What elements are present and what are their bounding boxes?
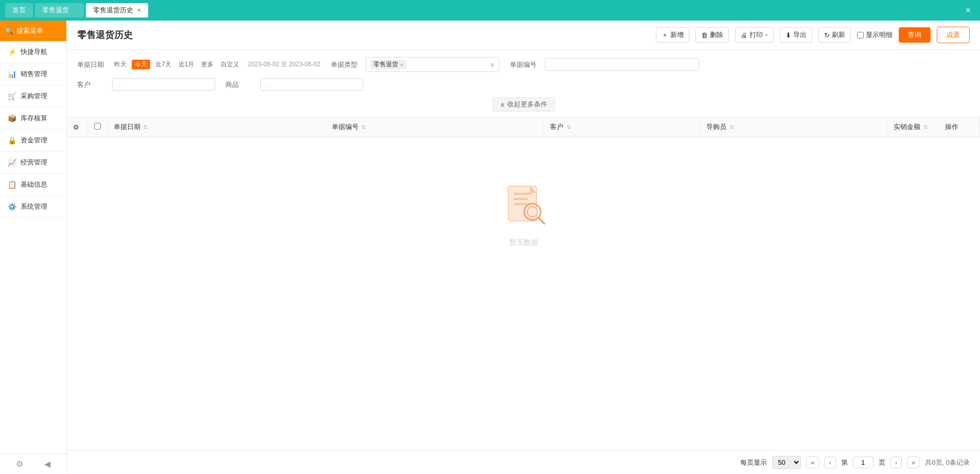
prev-page-button[interactable]: ‹ (824, 457, 835, 468)
tab-retail-return-close[interactable]: × (73, 7, 77, 14)
tab-retail-return[interactable]: 零售退货 × (35, 3, 84, 17)
svg-line-6 (539, 218, 544, 224)
th-customer: 客户 ⇅ (544, 117, 700, 137)
collapse-row: ∧ 收起更多条件 (77, 97, 970, 112)
query-button[interactable]: 查询 (899, 27, 931, 43)
guide-sort-icon[interactable]: ⇅ (729, 124, 734, 130)
page-title: 零售退货历史 (77, 29, 133, 41)
th-ops-label: 操作 (945, 123, 958, 131)
th-billno-label: 单据编号 (332, 123, 359, 131)
content-area: 零售退货历史 ＋ 新增 🗑 删除 🖨 打印 ▾ ⬇ 导出 (67, 21, 980, 474)
sidebar-item-operations-label: 经营管理 (21, 158, 47, 167)
print-button[interactable]: 🖨 打印 ▾ (735, 27, 774, 43)
customer-label: 客户 (77, 80, 108, 89)
page-label: 第 (841, 458, 848, 467)
th-amount: 实销金额 ⇅ (887, 117, 939, 137)
last-page-button[interactable]: » (907, 457, 920, 468)
date-opt-today[interactable]: 今天 (132, 60, 150, 69)
date-sort-icon[interactable]: ⇅ (143, 124, 148, 130)
print-chevron-icon: ▾ (765, 32, 768, 39)
purchase-icon: 🛒 (7, 92, 16, 101)
sidebar-item-operations[interactable]: 📈 经营管理 (0, 152, 66, 174)
sidebar-item-finance[interactable]: 🔒 资金管理 (0, 130, 66, 152)
refresh-icon: ↻ (824, 31, 830, 39)
refresh-button[interactable]: ↻ 刷新 (818, 27, 851, 43)
goods-select[interactable]: ... (260, 78, 363, 91)
date-opt-yesterday[interactable]: 昨天 (112, 60, 129, 69)
empty-state: 暂无数据 (67, 137, 980, 288)
date-filter-group: 单据日期 昨天 今天 近7天 近1月 更多 自定义 2023-06-02 至 2… (77, 60, 320, 69)
bill-type-tag: 零售退货 × (370, 60, 406, 69)
th-checkbox[interactable] (87, 117, 107, 137)
collapse-label: 收起更多条件 (507, 100, 547, 109)
tab-home[interactable]: 首页 (5, 3, 33, 17)
billno-sort-icon[interactable]: ⇅ (361, 124, 366, 130)
tab-retail-return-history[interactable]: 零售退货历史 × (86, 3, 148, 17)
select-all-checkbox[interactable] (94, 123, 101, 130)
settings-bottom-button[interactable]: ⚙ (16, 459, 23, 469)
menu-toggle-button[interactable]: ◀ (44, 459, 50, 469)
header-actions: ＋ 新增 🗑 删除 🖨 打印 ▾ ⬇ 导出 ↻ 刷新 (656, 27, 970, 43)
date-opt-1month[interactable]: 近1月 (176, 60, 197, 69)
customer-placeholder: ... (117, 81, 122, 88)
print-label: 打印 (750, 30, 763, 40)
date-opt-more[interactable]: 更多 (199, 60, 216, 69)
customer-select[interactable]: ... (112, 78, 215, 91)
amount-sort-icon[interactable]: ⇅ (923, 124, 928, 130)
sidebar-item-system-mgmt[interactable]: ⚙️ 系统管理 (0, 196, 66, 218)
next-page-button[interactable]: › (890, 457, 902, 468)
bill-no-label: 单据编号 (510, 60, 541, 69)
empty-text: 暂无数据 (509, 238, 538, 247)
sidebar-item-basic-info[interactable]: 📋 基础信息 (0, 174, 66, 196)
sidebar-item-purchase-mgmt[interactable]: 🛒 采购管理 (0, 85, 66, 107)
filter-row-1: 单据日期 昨天 今天 近7天 近1月 更多 自定义 2023-06-02 至 2… (77, 57, 970, 72)
table-settings-icon[interactable]: ⚙ (73, 123, 79, 131)
th-date-label: 单据日期 (114, 123, 140, 131)
bill-type-select[interactable]: 零售退货 × ∨ (366, 57, 500, 72)
print-icon: 🖨 (741, 31, 747, 39)
date-opt-7days[interactable]: 近7天 (153, 60, 173, 69)
bill-type-tag-close[interactable]: × (400, 62, 403, 68)
tab-retail-return-history-close[interactable]: × (137, 7, 141, 14)
bill-type-filter-group: 单据类型 零售退货 × ∨ (331, 57, 500, 72)
collapse-button[interactable]: ∧ 收起更多条件 (492, 97, 555, 112)
export-button[interactable]: ⬇ 导出 (780, 27, 812, 43)
delete-label: 删除 (710, 30, 723, 40)
sidebar-item-basic-info-label: 基础信息 (21, 180, 47, 189)
sidebar-item-sales-mgmt[interactable]: 📊 销售管理 (0, 63, 66, 85)
sidebar-item-quick-nav[interactable]: ⚡ 快捷导航 (0, 41, 66, 63)
delete-icon: 🗑 (701, 31, 708, 39)
page-size-select[interactable]: 50 10 20 100 (772, 456, 801, 469)
sidebar-bottom: ⚙ ◀ (0, 453, 66, 474)
th-billno: 单据编号 ⇅ (325, 117, 543, 137)
display-detail-checkbox[interactable]: 显示明细 (857, 30, 893, 40)
current-page-input[interactable] (853, 457, 874, 468)
tab-retail-return-history-label: 零售退货历史 (93, 6, 133, 15)
add-button[interactable]: ＋ 新增 (656, 27, 689, 43)
setting-button[interactable]: 设置 (937, 27, 970, 43)
collapse-icon: ∧ (500, 101, 505, 108)
customer-filter-group: 客户 ... (77, 78, 215, 91)
finance-icon: 🔒 (7, 136, 16, 145)
sidebar-search[interactable]: 🔍 搜索菜单 (0, 21, 66, 41)
first-page-button[interactable]: « (806, 457, 819, 468)
page-size-label: 每页显示 (740, 458, 767, 467)
add-label: 新增 (670, 30, 684, 40)
export-icon: ⬇ (786, 31, 791, 39)
delete-button[interactable]: 🗑 删除 (696, 27, 729, 43)
date-opt-custom[interactable]: 自定义 (219, 60, 241, 69)
bill-type-chevron-icon: ∨ (490, 61, 495, 68)
svg-point-5 (527, 207, 538, 217)
sidebar-item-sales-label: 销售管理 (21, 69, 47, 79)
customer-sort-icon[interactable]: ⇅ (566, 124, 571, 130)
main-layout: 🔍 搜索菜单 ⚡ 快捷导航 📊 销售管理 🛒 采购管理 📦 库存核算 🔒 资金管… (0, 21, 980, 474)
bill-type-tag-text: 零售退货 (373, 60, 398, 69)
sidebar-item-inventory[interactable]: 📦 库存核算 (0, 107, 66, 130)
display-detail-check[interactable] (857, 32, 864, 39)
search-icon: 🔍 (5, 27, 13, 35)
window-close-button[interactable]: × (961, 6, 975, 15)
th-settings[interactable]: ⚙ (67, 117, 87, 137)
sidebar-item-system-label: 系统管理 (21, 202, 47, 211)
bill-no-input[interactable] (545, 58, 699, 71)
page-total: 共0页, 0条记录 (925, 458, 970, 467)
